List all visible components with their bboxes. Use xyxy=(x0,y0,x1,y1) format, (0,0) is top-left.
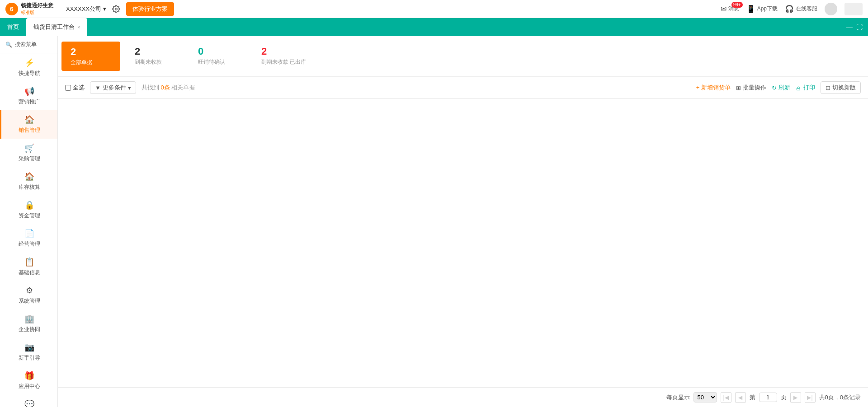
service-icon: 🎧 xyxy=(785,5,794,13)
experience-button[interactable]: 体验行业方案 xyxy=(126,2,174,16)
download-icon: 📱 xyxy=(746,5,755,13)
batch-operation-button[interactable]: ⊞ 批量操作 xyxy=(736,84,766,92)
sidebar-item-operation[interactable]: 📄 经营管理 xyxy=(0,224,57,253)
stat-card-overdue-shipped[interactable]: 2 到期未收款 已出库 xyxy=(250,39,317,74)
stat-card-all[interactable]: 2 全部单据 xyxy=(61,42,120,71)
svg-point-0 xyxy=(115,8,118,10)
batch-icon: ⊞ xyxy=(736,84,741,91)
header-right: ✉ 消息 99+ 📱 App下载 🎧 在线客服 xyxy=(721,3,863,15)
logo-text: 畅捷通好生意 标准版 xyxy=(21,2,53,16)
page-input[interactable] xyxy=(759,393,777,402)
inventory-icon: 🏠 xyxy=(24,172,34,182)
settings-button[interactable] xyxy=(110,3,123,15)
sidebar-item-guide[interactable]: 📷 新手引导 xyxy=(0,338,57,366)
main-layout: 🔍 搜索菜单 ⚡ 快捷导航 📢 营销推广 🏠 销售管理 🛒 采购管理 🏠 库存核… xyxy=(0,36,868,407)
system-icon: ⚙ xyxy=(26,285,33,295)
purchase-icon: 🛒 xyxy=(24,143,34,153)
prev-page-button[interactable]: ◀ xyxy=(735,392,746,403)
switch-new-version-button[interactable]: ⊡ 切换新版 xyxy=(821,81,861,94)
tab-minimize-icon[interactable]: — xyxy=(846,23,853,31)
refresh-icon: ↻ xyxy=(772,84,777,91)
sidebar-item-app-center[interactable]: 🎁 应用中心 xyxy=(0,366,57,395)
guide-icon: 📷 xyxy=(24,342,34,352)
last-page-button[interactable]: ▶| xyxy=(805,392,816,403)
sidebar-item-base-info[interactable]: 📋 基础信息 xyxy=(0,253,57,281)
sidebar-item-purchase[interactable]: 🛒 采购管理 xyxy=(0,139,57,167)
print-button[interactable]: 🖨 打印 xyxy=(796,84,815,92)
sidebar-item-inventory[interactable]: 🏠 库存核算 xyxy=(0,167,57,196)
logo-icon: 6 xyxy=(5,3,18,15)
message-icon: ✉ xyxy=(721,5,726,13)
more-conditions-button[interactable]: ▼ 更多条件 ▾ xyxy=(90,81,136,94)
tab-home[interactable]: 首页 xyxy=(0,18,26,36)
select-all-checkbox[interactable]: 全选 xyxy=(65,84,85,92)
switch-icon: ⊡ xyxy=(826,84,830,91)
messages-button[interactable]: ✉ 消息 99+ xyxy=(721,5,739,13)
sidebar-item-sales[interactable]: 🏠 销售管理 xyxy=(0,110,57,139)
base-info-icon: 📋 xyxy=(24,257,34,267)
filter-icon: ▼ xyxy=(95,84,101,91)
per-page-select[interactable]: 50 20 100 xyxy=(693,392,717,402)
wechat-icon: 💬 xyxy=(24,399,34,407)
avatar[interactable] xyxy=(825,3,837,15)
user-name[interactable] xyxy=(844,3,863,15)
content-area: 2 全部单据 2 到期未收款 0 旺铺待确认 2 到期未收款 已出库 全选 xyxy=(58,36,868,407)
tab-workbench[interactable]: 钱货日清工作台 × xyxy=(26,18,87,36)
company-selector[interactable]: XXXXXX公司 ▾ xyxy=(66,5,106,13)
pagination: 每页显示 50 20 100 |◀ ◀ 第 页 ▶ ▶| 共0页，0条记录 xyxy=(58,387,868,407)
first-page-button[interactable]: |◀ xyxy=(721,392,731,403)
quick-nav-icon: ⚡ xyxy=(24,58,34,68)
print-icon: 🖨 xyxy=(796,84,802,91)
finance-icon: 🔒 xyxy=(24,200,34,210)
add-order-button[interactable]: + 新增销货单 xyxy=(696,84,731,92)
sidebar-item-marketing[interactable]: 📢 营销推广 xyxy=(0,82,57,110)
stat-card-overdue[interactable]: 2 到期未收款 xyxy=(124,39,187,74)
sidebar-item-wechat[interactable]: 💬 企业微信 xyxy=(0,395,57,407)
header: 6 畅捷通好生意 标准版 XXXXXX公司 ▾ 体验行业方案 ✉ 消息 99+ … xyxy=(0,0,868,18)
enterprise-icon: 🏢 xyxy=(24,314,34,324)
app-center-icon: 🎁 xyxy=(24,371,34,381)
toolbar: 全选 ▼ 更多条件 ▾ 共找到 0条 相关单据 + 新增销货单 ⊞ 批量操作 xyxy=(58,77,868,99)
header-left: 6 畅捷通好生意 标准版 XXXXXX公司 ▾ 体验行业方案 xyxy=(5,2,174,16)
operation-icon: 📄 xyxy=(24,229,34,239)
table-area xyxy=(58,99,868,387)
next-page-button[interactable]: ▶ xyxy=(790,392,801,403)
tab-bar-actions: — ⛶ xyxy=(846,23,868,31)
sales-icon: 🏠 xyxy=(24,115,34,125)
sidebar-item-enterprise[interactable]: 🏢 企业协同 xyxy=(0,309,57,338)
refresh-button[interactable]: ↻ 刷新 xyxy=(772,84,790,92)
app-download-button[interactable]: 📱 App下载 xyxy=(746,5,778,13)
chevron-down-icon: ▾ xyxy=(103,5,106,12)
total-records: 共0页，0条记录 xyxy=(819,393,861,402)
sidebar-item-system[interactable]: ⚙ 系统管理 xyxy=(0,281,57,309)
sidebar-item-quick-nav[interactable]: ⚡ 快捷导航 xyxy=(0,53,57,82)
sidebar-search[interactable]: 🔍 搜索菜单 xyxy=(0,36,57,53)
sidebar: 🔍 搜索菜单 ⚡ 快捷导航 📢 营销推广 🏠 销售管理 🛒 采购管理 🏠 库存核… xyxy=(0,36,58,407)
select-all-input[interactable] xyxy=(65,85,71,91)
stats-container: 2 全部单据 2 到期未收款 0 旺铺待确认 2 到期未收款 已出库 xyxy=(58,36,868,77)
stat-card-wangpu[interactable]: 0 旺铺待确认 xyxy=(187,39,250,74)
sidebar-item-finance[interactable]: 🔒 资金管理 xyxy=(0,196,57,224)
tab-maximize-icon[interactable]: ⛶ xyxy=(856,23,863,31)
tab-close-icon[interactable]: × xyxy=(77,24,80,30)
online-service-button[interactable]: 🎧 在线客服 xyxy=(785,5,817,13)
search-icon: 🔍 xyxy=(5,42,12,48)
logo-area: 6 畅捷通好生意 标准版 xyxy=(5,2,53,16)
marketing-icon: 📢 xyxy=(24,86,34,96)
tab-bar: 首页 钱货日清工作台 × — ⛶ xyxy=(0,18,868,36)
toolbar-right: + 新增销货单 ⊞ 批量操作 ↻ 刷新 🖨 打印 ⊡ 切换新版 xyxy=(696,81,861,94)
chevron-down-icon: ▾ xyxy=(128,84,131,91)
